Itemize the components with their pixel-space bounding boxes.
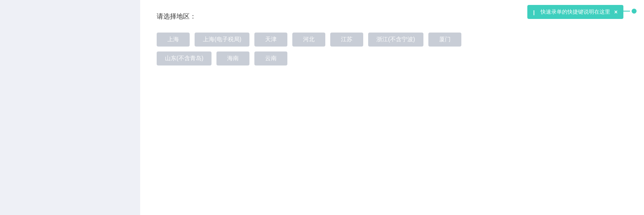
region-buttons-row2: 山东(不含青岛) 海南 云南 (157, 51, 628, 65)
region-button-xiamen[interactable]: 厦门 (428, 33, 461, 47)
main-content: 请选择地区： 上海 上海(电子税局) 天津 河北 江苏 浙江(不含宁波) 厦门 … (140, 0, 644, 215)
region-button-jiangsu[interactable]: 江苏 (330, 33, 363, 47)
tooltip-bar: 快速录单的快捷键说明在这里 × (527, 5, 623, 19)
region-button-zhejiang[interactable]: 浙江(不含宁波) (368, 33, 423, 47)
region-button-shanghai[interactable]: 上海 (157, 33, 190, 47)
region-button-hebei[interactable]: 河北 (292, 33, 325, 47)
left-sidebar (0, 0, 140, 215)
dot-indicator (632, 9, 637, 14)
region-button-yunnan[interactable]: 云南 (254, 51, 287, 65)
region-button-shandong[interactable]: 山东(不含青岛) (157, 51, 212, 65)
region-button-shanghai-etax[interactable]: 上海(电子税局) (195, 33, 249, 47)
region-button-hainan[interactable]: 海南 (216, 51, 249, 65)
tooltip-text: 快速录单的快捷键说明在这里 (541, 8, 610, 16)
region-button-tianjin[interactable]: 天津 (254, 33, 287, 47)
region-buttons-container: 上海 上海(电子税局) 天津 河北 江苏 浙江(不含宁波) 厦门 (157, 33, 628, 47)
tooltip-close-button[interactable]: × (614, 9, 618, 15)
